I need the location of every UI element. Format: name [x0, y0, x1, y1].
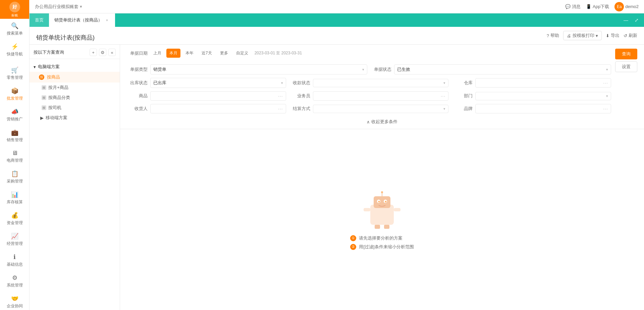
- date-7days-btn[interactable]: 近7天: [199, 49, 215, 58]
- receiver-select[interactable]: ···: [150, 104, 286, 113]
- header-right-actions: 💬 消息 📱 App下载 Ea demo2: [565, 2, 639, 11]
- tab-bar: 首页 销货单统计表（按商品） × — ⤢: [30, 13, 644, 27]
- sidebar-item-wholesale[interactable]: 📦 批发管理: [0, 84, 29, 105]
- tab-home[interactable]: 首页: [30, 13, 49, 27]
- collapse-filter-btn[interactable]: ∧ 收起更多条件: [127, 117, 637, 125]
- top-header: 办公用品行业模拟账套 ▾ 💬 消息 📱 App下载 Ea demo2: [30, 0, 644, 13]
- department-select[interactable]: ▾: [475, 92, 611, 100]
- add-scheme-btn[interactable]: +: [90, 49, 97, 56]
- sidebar-item-marketing[interactable]: 📣 营销推广: [0, 105, 29, 125]
- main-area: 办公用品行业模拟账套 ▾ 💬 消息 📱 App下载 Ea demo2 首页: [30, 0, 644, 310]
- page-content: 销货单统计表(按商品) ? 帮助 🖨 按模板打印 ▾ ⬇ 导出 ↺ 刷新: [30, 27, 644, 310]
- sidebar-item-enterprise[interactable]: 🤝 企业协同: [0, 292, 29, 310]
- setting-button[interactable]: 设置: [615, 61, 637, 72]
- sidebar-item-operations[interactable]: 📈 经营管理: [0, 229, 29, 250]
- tree-group-mobile-arrow-icon: ▶: [40, 115, 44, 120]
- filter-field-receiver: 收货人 ···: [127, 104, 286, 113]
- sidebar-item-inventory[interactable]: 📊 库存核算: [0, 188, 29, 208]
- tab-close-btn[interactable]: ×: [104, 17, 110, 23]
- help-icon: ?: [547, 33, 549, 38]
- sidebar-item-label: 快捷导航: [7, 51, 23, 57]
- user-profile[interactable]: Ea demo2: [614, 2, 639, 11]
- sidebar-item-label: 经营管理: [7, 241, 23, 247]
- date-this-month-btn[interactable]: 本月: [166, 49, 180, 58]
- breadcrumb-arrow-icon[interactable]: ▾: [80, 4, 82, 9]
- refresh-btn[interactable]: ↺ 刷新: [624, 33, 637, 39]
- message-btn[interactable]: 💬 消息: [565, 4, 581, 10]
- system-icon: ⚙: [12, 274, 17, 281]
- sidebar-item-quick-nav[interactable]: ⚡ 快捷导航: [0, 40, 29, 60]
- settings-scheme-btn[interactable]: ⚙: [99, 49, 106, 56]
- tree-group-mobile[interactable]: ▶ 移动端方案: [30, 113, 120, 123]
- doctype-select[interactable]: 销货单 ▾: [150, 64, 367, 74]
- svg-rect-10: [364, 208, 370, 211]
- tree-sub-item-product-category[interactable]: 按 按商品分类: [30, 93, 120, 103]
- sidebar-item-finance[interactable]: 💰 资金管理: [0, 208, 29, 229]
- app-logo: 好 标账: [0, 0, 30, 19]
- filter-field-receiptstatus: 收款状态 ▾: [289, 78, 449, 88]
- outstatus-select[interactable]: 已出库 ▾: [150, 78, 286, 88]
- collapse-panel-btn[interactable]: «: [108, 49, 116, 56]
- logo-icon: 好: [9, 2, 20, 12]
- maximize-btn[interactable]: ⤢: [632, 15, 641, 25]
- warehouse-select[interactable]: ···: [475, 78, 611, 88]
- salesman-label: 业务员: [289, 93, 313, 99]
- logo-text: 标账: [9, 13, 20, 17]
- download-icon: 📱: [586, 4, 591, 9]
- sidebar-item-label: 系统管理: [7, 282, 23, 288]
- refresh-label: 刷新: [629, 33, 637, 39]
- export-btn[interactable]: ⬇ 导出: [606, 33, 620, 39]
- marketing-icon: 📣: [11, 108, 18, 115]
- brand-select[interactable]: ···: [475, 104, 611, 113]
- inventory-icon: 📊: [11, 191, 18, 198]
- date-custom-btn[interactable]: 自定义: [233, 49, 251, 58]
- tree-sub-item-month-product[interactable]: 按 按月+商品: [30, 83, 120, 93]
- content-split: 按以下方案查询 + ⚙ « ▾ 电脑端方案 按: [30, 45, 644, 310]
- sidebar-item-sales[interactable]: 💼 销售管理: [0, 125, 29, 146]
- tree-sub-item-driver[interactable]: 按 按司机: [30, 103, 120, 113]
- date-this-year-btn[interactable]: 本年: [182, 49, 197, 58]
- sub-scheme-icon-2: 按: [42, 95, 46, 100]
- tab-sales-report[interactable]: 销货单统计表（按商品） ×: [49, 13, 115, 27]
- sidebar-item-system[interactable]: ⚙ 系统管理: [0, 271, 29, 292]
- tree-item-by-product[interactable]: 按 按商品: [30, 72, 120, 83]
- right-panel: 单据日期 上月 本月 本年 近7天 更多 自定义 2023-03-01 至 20…: [120, 45, 644, 310]
- sidebar: 好 标账 🔍 搜索菜单 ⚡ 快捷导航 🛒 零售管理 📦 批发管理 📣 营销推广 …: [0, 0, 30, 310]
- doctype-arrow-icon: ▾: [362, 67, 364, 72]
- tree-group-pc[interactable]: ▾ 电脑端方案: [30, 62, 120, 72]
- print-btn[interactable]: 🖨 按模板打印 ▾: [563, 31, 602, 40]
- docstatus-select[interactable]: 已生效 ▾: [394, 64, 611, 74]
- message-icon: 💬: [565, 4, 571, 9]
- goods-label: 商品: [127, 93, 150, 99]
- filter-field-brand: 品牌 ···: [452, 104, 611, 113]
- query-button[interactable]: 查询: [615, 49, 637, 59]
- date-more-btn[interactable]: 更多: [217, 49, 231, 58]
- receiptstatus-select[interactable]: ▾: [313, 79, 449, 87]
- settlement-label: 结算方式: [289, 106, 313, 112]
- hint-text-1: 请先选择要分析的方案: [359, 235, 402, 241]
- finance-icon: 💰: [11, 212, 18, 219]
- help-btn[interactable]: ? 帮助: [547, 33, 559, 39]
- filter-row-outstatus: 出库状态 已出库 ▾ 收款状态: [127, 78, 611, 88]
- app-download-btn[interactable]: 📱 App下载: [586, 4, 609, 10]
- scheme-icon: 按: [39, 74, 44, 80]
- date-last-month-btn[interactable]: 上月: [150, 49, 164, 58]
- sidebar-item-label: 营销推广: [7, 116, 23, 122]
- wholesale-icon: 📦: [11, 87, 18, 95]
- outstatus-label: 出库状态: [127, 80, 150, 86]
- sidebar-item-retail[interactable]: 🛒 零售管理: [0, 63, 29, 84]
- receiptstatus-label: 收款状态: [289, 80, 313, 86]
- goods-select[interactable]: ···: [150, 91, 286, 101]
- salesman-select[interactable]: ···: [313, 91, 449, 101]
- sub-scheme-icon: 按: [42, 85, 46, 90]
- settlement-select[interactable]: ▾: [313, 105, 449, 113]
- sidebar-item-ecommerce[interactable]: 🖥 电商管理: [0, 146, 29, 167]
- filter-field-outstatus: 出库状态 已出库 ▾: [127, 78, 286, 88]
- minimize-btn[interactable]: —: [621, 15, 631, 25]
- sidebar-item-search[interactable]: 🔍 搜索菜单: [0, 19, 29, 40]
- sidebar-item-basic-info[interactable]: ℹ 基础信息: [0, 250, 29, 271]
- lightning-icon: ⚡: [11, 43, 18, 50]
- breadcrumb-text: 办公用品行业模拟账套: [35, 4, 78, 10]
- help-label: 帮助: [550, 33, 559, 39]
- sidebar-item-purchase[interactable]: 📋 采购管理: [0, 167, 29, 188]
